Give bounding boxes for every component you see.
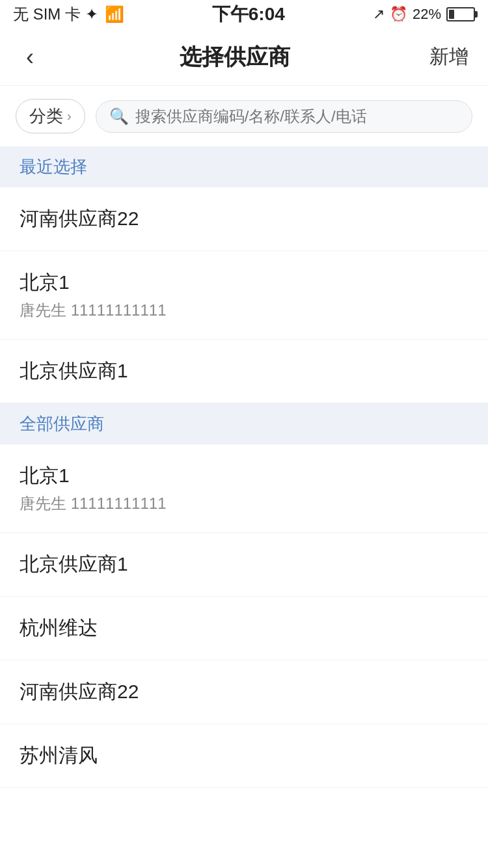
list-item[interactable]: 苏州清风 <box>0 724 488 788</box>
all-section-header: 全部供应商 <box>0 403 488 444</box>
item-name: 河南供应商22 <box>20 206 468 232</box>
recent-list: 河南供应商22北京1唐先生 11111111111北京供应商1 <box>0 187 488 403</box>
battery-percent: 22% <box>413 6 441 23</box>
filter-bar: 分类 › 🔍 <box>0 86 488 146</box>
status-left: 无 SIM 卡 ✦ 📶 <box>13 4 124 25</box>
add-button[interactable]: 新增 <box>429 44 468 70</box>
list-item[interactable]: 北京1唐先生 11111111111 <box>0 444 488 533</box>
all-list: 北京1唐先生 11111111111北京供应商1杭州维达河南供应商22苏州清风 <box>0 444 488 788</box>
item-name: 苏州清风 <box>20 742 468 769</box>
search-icon: 🔍 <box>109 107 129 126</box>
status-right: ↗ ⏰ 22% <box>373 6 475 23</box>
page-title: 选择供应商 <box>180 42 290 72</box>
wifi-icon: 📶 <box>105 5 124 23</box>
list-item[interactable]: 杭州维达 <box>0 597 488 660</box>
search-input[interactable] <box>135 107 459 126</box>
status-bar: 无 SIM 卡 ✦ 📶 下午6:04 ↗ ⏰ 22% <box>0 0 488 29</box>
item-sub: 唐先生 11111111111 <box>20 300 468 321</box>
item-name: 北京1 <box>20 463 468 489</box>
item-name: 北京供应商1 <box>20 358 468 385</box>
battery-icon <box>446 7 475 21</box>
all-section-label: 全部供应商 <box>20 414 104 433</box>
chevron-right-icon: › <box>67 109 72 124</box>
category-label: 分类 <box>29 105 63 128</box>
item-name: 杭州维达 <box>20 615 468 642</box>
item-name: 河南供应商22 <box>20 679 468 705</box>
back-button[interactable]: ‹ <box>20 39 40 75</box>
recent-section-header: 最近选择 <box>0 146 488 187</box>
list-item[interactable]: 北京供应商1 <box>0 533 488 597</box>
list-item[interactable]: 河南供应商22 <box>0 187 488 251</box>
item-sub: 唐先生 11111111111 <box>20 493 468 514</box>
alarm-icon: ⏰ <box>390 6 407 23</box>
recent-section-label: 最近选择 <box>20 157 87 176</box>
list-item[interactable]: 北京1唐先生 11111111111 <box>0 251 488 340</box>
status-time: 下午6:04 <box>212 2 285 27</box>
location-icon: ↗ <box>373 6 385 23</box>
category-button[interactable]: 分类 › <box>16 99 85 133</box>
sim-status: 无 SIM 卡 ✦ <box>13 4 98 25</box>
search-box[interactable]: 🔍 <box>96 100 472 133</box>
nav-bar: ‹ 选择供应商 新增 <box>0 29 488 86</box>
item-name: 北京1 <box>20 269 468 296</box>
list-item[interactable]: 北京供应商1 <box>0 340 488 403</box>
list-item[interactable]: 河南供应商22 <box>0 660 488 724</box>
item-name: 北京供应商1 <box>20 551 468 578</box>
